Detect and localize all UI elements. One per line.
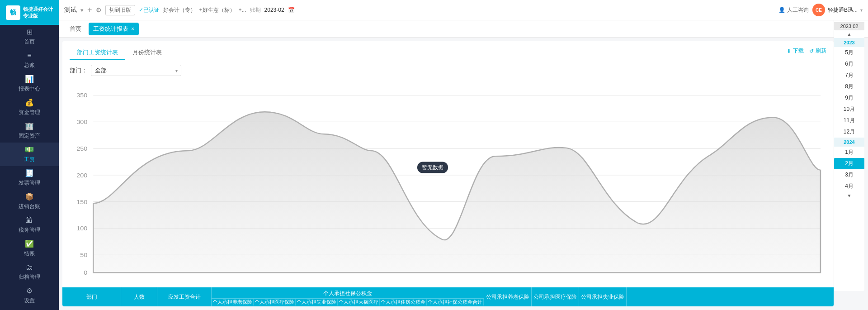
- date-panel: 2023.02 ▲ 2023 5月 6月 7月 8月 9月 10月 11月 12…: [834, 38, 864, 291]
- username: 轻捷通B迅...: [828, 6, 858, 14]
- sidebar-item-label: 归档管理: [19, 273, 40, 281]
- sidebar-item-label: 总账: [24, 62, 35, 69]
- date-month-oct[interactable]: 10月: [834, 104, 864, 115]
- date-month-dec[interactable]: 12月: [834, 126, 864, 138]
- svg-text:200: 200: [76, 172, 87, 178]
- date-month-nov[interactable]: 11月: [834, 115, 864, 126]
- date-month-may[interactable]: 5月: [834, 47, 864, 58]
- tab-close-button[interactable]: ×: [131, 26, 134, 32]
- tab-home[interactable]: 首页: [64, 23, 87, 35]
- sub-tabs: 部门工资统计表 月份统计表 ⬇ 下载 ↺ 刷新: [62, 41, 834, 60]
- assistant-icon: 👤: [778, 7, 785, 13]
- old-version-button[interactable]: 切到旧版: [105, 5, 135, 15]
- svg-text:350: 350: [76, 92, 87, 99]
- filter-row: 部门： 全部 ▾: [62, 60, 834, 81]
- ledger-icon: ≡: [27, 52, 31, 60]
- add-button[interactable]: +: [87, 5, 92, 15]
- calendar-icon[interactable]: 📅: [288, 7, 295, 13]
- period-value: 2023-02: [264, 7, 284, 13]
- date-month-feb-active[interactable]: 2月: [834, 158, 864, 169]
- tax-icon: 🏛: [26, 216, 33, 224]
- avatar: CE: [812, 4, 825, 16]
- refresh-icon: ↺: [809, 48, 814, 54]
- sidebar-item-reports[interactable]: 📊 报表中心: [0, 72, 59, 95]
- sidebar-item-assets[interactable]: 🏢 固定资产: [0, 119, 59, 143]
- sub-tab-dept[interactable]: 部门工资统计表: [70, 46, 125, 60]
- sidebar-item-guide[interactable]: 🎯 新手引导: [0, 307, 59, 310]
- period-label: 账期: [250, 6, 261, 14]
- sidebar-item-funds[interactable]: 💰 资金管理: [0, 95, 59, 119]
- table-footer: 部门 人数 应发工资合计 个人承担社保公积金 个人承担养老保险 个人承担医疗保险: [62, 287, 834, 306]
- sub-tabs-right: ⬇ 下载 ↺ 刷新: [787, 47, 826, 58]
- col-company-pension: 公司承担养老保险: [484, 287, 532, 306]
- sidebar-item-label: 首页: [24, 38, 35, 46]
- sidebar-item-ledger[interactable]: ≡ 总账: [0, 48, 59, 72]
- date-down-button[interactable]: ▼: [834, 192, 864, 200]
- sidebar-item-label: 报表中心: [19, 85, 40, 93]
- col-headcount: 人数: [121, 287, 157, 306]
- download-button[interactable]: ⬇ 下载: [787, 47, 804, 55]
- sidebar-item-purchase[interactable]: 📦 进销台账: [0, 190, 59, 213]
- tab-label: 工资统计报表: [93, 25, 128, 33]
- funds-icon: 💰: [25, 98, 34, 107]
- reports-icon: 📊: [25, 75, 34, 83]
- col-company-medical: 公司承担医疗保险: [532, 287, 579, 306]
- date-year-2023: 2023: [834, 38, 864, 47]
- invoice-icon: 🧾: [25, 169, 34, 177]
- col-personal-unemployment: 个人承担失业保险: [296, 299, 338, 305]
- settings-gear-icon[interactable]: ⚙: [96, 6, 102, 14]
- download-icon: ⬇: [787, 48, 791, 54]
- date-month-mar[interactable]: 3月: [834, 169, 864, 181]
- dept-select[interactable]: 全部: [91, 65, 181, 76]
- date-month-sep[interactable]: 9月: [834, 92, 864, 104]
- settings-icon: ⚙: [26, 286, 33, 295]
- sidebar-item-label: 税务管理: [19, 226, 40, 234]
- sidebar-item-label: 资金管理: [19, 109, 40, 116]
- sidebar-item-salary[interactable]: 💵 工资: [0, 143, 59, 166]
- date-month-apr[interactable]: 4月: [834, 181, 864, 192]
- user-dropdown-icon: ▾: [860, 8, 863, 13]
- svg-text:300: 300: [76, 119, 87, 125]
- col-salary: 应发工资合计: [157, 287, 212, 306]
- sidebar-item-tax[interactable]: 🏛 税务管理: [0, 213, 59, 237]
- sidebar-item-home[interactable]: ⊞ 首页: [0, 25, 59, 48]
- date-month-jul[interactable]: 7月: [834, 70, 864, 81]
- date-year-2024: 2024: [834, 138, 864, 147]
- content-panel: 部门工资统计表 月份统计表 ⬇ 下载 ↺ 刷新: [62, 41, 834, 306]
- date-month-aug[interactable]: 8月: [834, 81, 864, 92]
- company-name: 测试: [64, 6, 77, 14]
- svg-text:150: 150: [76, 198, 87, 205]
- dept-filter-label: 部门：: [70, 67, 87, 75]
- header: 测试 ▾ + ⚙ 切到旧版 ✓已认证 好会计（专） +好生意（标） +... 账…: [59, 0, 868, 20]
- chart-container: 350 300 250 200 150 100 50 0: [62, 81, 834, 287]
- logo-icon: 畅: [6, 5, 20, 20]
- assistant-label: 人工咨询: [787, 6, 809, 14]
- col-company-unemployment: 公司承担失业保险: [579, 287, 627, 306]
- sidebar: 畅 畅捷通好会计专业版 ⊞ 首页 ≡ 总账 📊 报表中心 💰 资金管理 🏢 固定…: [0, 0, 59, 310]
- archive-icon: 🗂: [26, 263, 33, 272]
- sidebar-item-archive[interactable]: 🗂 归档管理: [0, 260, 59, 284]
- sub-tab-monthly[interactable]: 月份统计表: [125, 46, 169, 60]
- date-month-jun[interactable]: 6月: [834, 58, 864, 70]
- sidebar-item-settings[interactable]: ⚙ 设置: [0, 284, 59, 307]
- col-personal-pension: 个人承担养老保险: [212, 299, 254, 305]
- tab-salary-report[interactable]: 工资统计报表 ×: [89, 23, 139, 35]
- date-month-jan[interactable]: 1月: [834, 147, 864, 158]
- tabs-bar: 首页 工资统计报表 × ✕ ⬜: [59, 20, 868, 38]
- col-dept: 部门: [62, 287, 121, 306]
- service-type: +好生意（标）: [199, 6, 235, 14]
- main-content: 首页 工资统计报表 × ✕ ⬜ 部门工资统计表 月份统计表: [59, 20, 868, 310]
- user-menu[interactable]: CE 轻捷通B迅... ▾: [812, 4, 863, 16]
- assistant-button[interactable]: 👤 人工咨询: [778, 6, 809, 14]
- sidebar-item-checkout[interactable]: ✅ 结账: [0, 237, 59, 260]
- sidebar-item-label: 发票管理: [19, 179, 40, 187]
- personal-group: 个人承担社保公积金 个人承担养老保险 个人承担医疗保险 个人承担失业保险 个人承…: [212, 289, 484, 305]
- svg-text:0: 0: [84, 269, 87, 276]
- dept-select-wrapper: 全部 ▾: [91, 65, 181, 76]
- account-type: 好会计（专）: [163, 6, 196, 14]
- col-personal-medical: 个人承担医疗保险: [254, 299, 296, 305]
- sidebar-logo: 畅 畅捷通好会计专业版: [0, 0, 59, 25]
- dropdown-arrow[interactable]: ▾: [80, 7, 84, 14]
- sidebar-item-invoice[interactable]: 🧾 发票管理: [0, 166, 59, 190]
- refresh-button[interactable]: ↺ 刷新: [809, 47, 826, 55]
